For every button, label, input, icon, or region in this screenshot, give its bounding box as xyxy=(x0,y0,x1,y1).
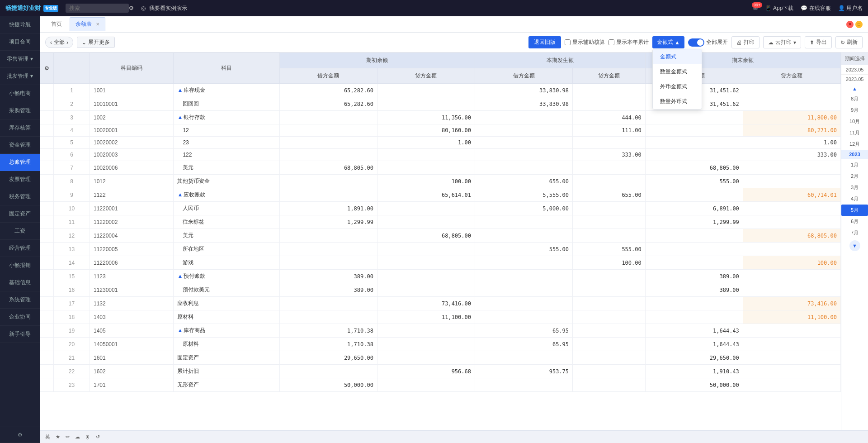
expand-all-toggle[interactable]: 全部展开 xyxy=(688,38,728,47)
period-nav-down[interactable]: ▼ xyxy=(849,240,860,251)
row-name[interactable]: 固定资产 xyxy=(174,351,279,365)
online-service-btn[interactable]: 💬 在线客服 xyxy=(801,5,830,12)
show-assist-checkbox[interactable] xyxy=(565,39,571,45)
expand-more-btn[interactable]: ⌄ 展开更多 xyxy=(77,37,115,48)
dropdown-item-qty-amount[interactable]: 数量金额式 xyxy=(653,64,702,79)
table-row[interactable]: 12 11220004 美元 68,805.00 68,805.00 xyxy=(40,229,841,243)
sidebar-item-cooperation[interactable]: 企业协同 xyxy=(0,309,40,326)
table-row[interactable]: 3 1002 ▲银行存款 11,356.00 444.00 11,800.00 xyxy=(40,111,841,124)
tab-close-balance[interactable]: ✕ xyxy=(96,22,99,27)
period-month-9[interactable]: 9月 xyxy=(841,105,868,116)
period-month-4[interactable]: 4月 xyxy=(841,193,868,205)
sidebar-item-business[interactable]: 经营管理 xyxy=(0,240,40,257)
th-settings[interactable]: ⚙ xyxy=(40,53,54,84)
amount-type-btn[interactable]: 金额式 ▲ xyxy=(652,36,684,48)
tab-balance[interactable]: 余额表 ✕ xyxy=(70,17,105,31)
row-name[interactable]: 预付款美元 xyxy=(174,283,279,297)
table-row[interactable]: 6 10020003 122 333.00 333.00 xyxy=(40,149,841,161)
table-row[interactable]: 13 11220005 所在地区 555.00 555.00 xyxy=(40,243,841,256)
period-nav-up[interactable]: ▲ xyxy=(841,84,868,93)
period-month-1[interactable]: 1月 xyxy=(841,159,868,171)
table-row[interactable]: 19 1405 ▲库存商品 1,710.38 65.95 1,644.43 xyxy=(40,324,841,338)
period-month-10[interactable]: 10月 xyxy=(841,116,868,127)
row-name[interactable]: 累计折旧 xyxy=(174,365,279,378)
row-name[interactable]: 美元 xyxy=(174,161,279,175)
bottom-icon-lang[interactable]: 英 xyxy=(45,433,50,440)
period-month-5[interactable]: 5月 xyxy=(841,205,868,216)
period-month-8[interactable]: 8月 xyxy=(841,93,868,105)
bottom-icon-edit[interactable]: ✏ xyxy=(66,434,70,440)
sidebar-item-inventory[interactable]: 库存核算 xyxy=(0,119,40,137)
print-btn[interactable]: 🖨 打印 xyxy=(731,36,760,48)
win-maximize-btn[interactable]: □ xyxy=(855,21,863,28)
row-name[interactable]: 所在地区 xyxy=(174,243,279,256)
table-row[interactable]: 16 11230001 预付款美元 389.00 389.00 xyxy=(40,283,841,297)
table-row[interactable]: 11 11220002 往来标签 1,299.99 1,299.99 xyxy=(40,215,841,229)
bottom-icon-cloud[interactable]: ☁ xyxy=(75,434,80,440)
row-name[interactable]: ▲银行存款 xyxy=(174,111,279,124)
table-row[interactable]: 1 1001 ▲库存现金 65,282.60 33,830.98 31,451.… xyxy=(40,84,841,97)
table-row[interactable]: 18 1403 原材料 11,100.00 11,100.00 xyxy=(40,310,841,324)
sidebar-item-tax[interactable]: 税务管理 xyxy=(0,188,40,205)
sidebar-item-sales[interactable]: 小畅报销 xyxy=(0,257,40,274)
cloud-print-btn[interactable]: ☁ 云打印 ▾ xyxy=(763,36,801,48)
sidebar-item-retail[interactable]: 零售管理 ▾ xyxy=(0,51,40,68)
dropdown-item-foreign-amount[interactable]: 外币金额式 xyxy=(653,79,702,94)
tab-home[interactable]: 首页 xyxy=(45,17,68,31)
row-name[interactable]: 其他货币资金 xyxy=(174,175,279,188)
bottom-icon-shield[interactable]: ⛨ xyxy=(85,434,90,440)
table-row[interactable]: 5 10020002 23 1.00 1.00 xyxy=(40,137,841,149)
sidebar-item-quick-nav[interactable]: 快捷导航 xyxy=(0,16,40,33)
period-month-3[interactable]: 3月 xyxy=(841,182,868,193)
refresh-btn[interactable]: ↻ 刷新 xyxy=(835,36,863,48)
period-month-6[interactable]: 6月 xyxy=(841,216,868,227)
bottom-icon-star[interactable]: ★ xyxy=(56,434,60,440)
app-download-btn[interactable]: 📱 App下载 xyxy=(765,5,793,12)
notification-btn[interactable]: ✉ 99+ xyxy=(753,5,758,11)
table-row[interactable]: 4 10020001 12 80,160.00 111.00 80,271.00 xyxy=(40,124,841,137)
sidebar-item-guide[interactable]: 新手引导 xyxy=(0,326,40,343)
toggle-switch[interactable] xyxy=(688,38,704,47)
row-name[interactable]: 美元 xyxy=(174,229,279,243)
table-row[interactable]: 2 10010001 回回回 65,282.60 33,830.98 31,45… xyxy=(40,97,841,111)
show-ytd-checkbox[interactable] xyxy=(609,39,614,45)
sidebar-item-wholesale[interactable]: 批发管理 ▾ xyxy=(0,68,40,85)
table-row[interactable]: 10 11220001 人民币 1,891.00 5,000.00 6,891.… xyxy=(40,202,841,215)
row-name[interactable]: 应收利息 xyxy=(174,297,279,310)
table-row[interactable]: 21 1601 固定资产 29,650.00 29,650.00 xyxy=(40,351,841,365)
win-close-btn[interactable]: ✕ xyxy=(846,21,854,28)
table-row[interactable]: 9 1122 ▲应收账款 65,614.01 5,555.00 655.00 6… xyxy=(40,188,841,202)
sidebar-item-invoice[interactable]: 发票管理 xyxy=(0,171,40,188)
period-month-7[interactable]: 7月 xyxy=(841,227,868,238)
sidebar-item-system[interactable]: 系统管理 xyxy=(0,291,40,309)
table-row[interactable]: 23 1701 无形资产 50,000.00 50,000.00 xyxy=(40,378,841,392)
period-month-12[interactable]: 12月 xyxy=(841,138,868,150)
row-name[interactable]: 往来标签 xyxy=(174,215,279,229)
sidebar-item-assets[interactable]: 固定资产 xyxy=(0,205,40,223)
table-row[interactable]: 20 14050001 原材料 1,710.38 65.95 1,644.43 xyxy=(40,338,841,351)
sidebar-item-capital[interactable]: 资金管理 xyxy=(0,137,40,154)
row-name[interactable]: 游戏 xyxy=(174,256,279,270)
row-name[interactable]: 原材料 xyxy=(174,310,279,324)
table-row[interactable]: 17 1132 应收利息 73,416.00 73,416.00 xyxy=(40,297,841,310)
table-row[interactable]: 14 11220006 游戏 100.00 100.00 xyxy=(40,256,841,270)
sidebar-item-project[interactable]: 项目合同 xyxy=(0,33,40,51)
table-row[interactable]: 7 10020006 美元 68,805.00 68,805.00 xyxy=(40,161,841,175)
row-name[interactable]: 122 xyxy=(174,149,279,161)
show-assist-label[interactable]: 显示辅助核算 xyxy=(565,38,605,46)
period-month-11[interactable]: 11月 xyxy=(841,127,868,138)
row-name[interactable]: ▲应收账款 xyxy=(174,188,279,202)
row-name[interactable]: 原材料 xyxy=(174,338,279,351)
dropdown-item-amount[interactable]: 金额式 xyxy=(653,49,702,64)
row-name[interactable]: ▲库存商品 xyxy=(174,324,279,338)
row-name[interactable]: 无形资产 xyxy=(174,378,279,392)
row-name[interactable]: 12 xyxy=(174,124,279,137)
row-name[interactable]: ▲库存现金 xyxy=(174,84,279,97)
period-month-2[interactable]: 2月 xyxy=(841,171,868,182)
row-name[interactable]: 23 xyxy=(174,137,279,149)
table-row[interactable]: 8 1012 其他货币资金 100.00 655.00 555.00 xyxy=(40,175,841,188)
dropdown-item-qty-foreign[interactable]: 数量外币式 xyxy=(653,94,702,109)
export-btn[interactable]: ⬆ 导出 xyxy=(805,36,832,48)
bottom-icon-refresh[interactable]: ↺ xyxy=(96,434,100,440)
sidebar-item-basic[interactable]: 基础信息 xyxy=(0,274,40,291)
